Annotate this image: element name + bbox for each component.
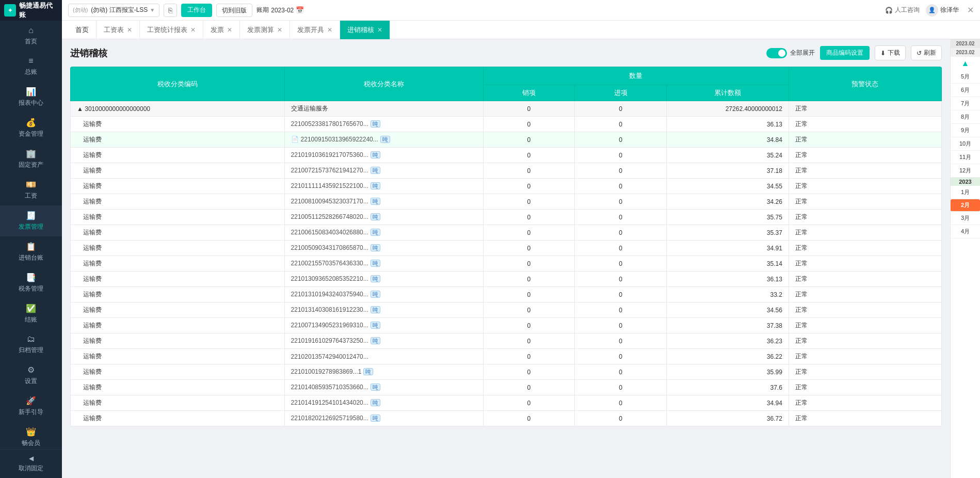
service-button[interactable]: 🎧 人工咨询 xyxy=(885,6,920,14)
sidebar-item-home[interactable]: ⌂ 首页 xyxy=(0,21,62,51)
cell-sales: 0 xyxy=(483,411,575,426)
tab-salary-table[interactable]: 工资表 ✕ xyxy=(97,21,140,39)
tab-close-icon[interactable]: ✕ xyxy=(227,26,232,34)
cell-name: 运输费 xyxy=(71,287,285,302)
refresh-icon: ↺ xyxy=(917,50,922,57)
month-3[interactable]: 3月 xyxy=(951,212,980,225)
month-10[interactable]: 10月 xyxy=(951,137,980,151)
cell-purchase: 0 xyxy=(575,241,667,256)
tab-close-icon[interactable]: ✕ xyxy=(190,26,196,34)
cell-name: 运输费 xyxy=(71,272,285,287)
sidebar-item-assets[interactable]: 🏢 固定资产 xyxy=(0,144,62,174)
invoice-icon: 🧾 xyxy=(26,211,36,220)
assets-icon: 🏢 xyxy=(26,149,36,158)
sidebar-item-settle[interactable]: ✅ 结账 xyxy=(0,298,62,329)
commodity-settings-button[interactable]: 商品编码设置 xyxy=(820,46,870,60)
scroll-up-button[interactable]: ▲ xyxy=(951,57,980,70)
period-prefix: 账期 xyxy=(256,6,269,14)
tab-close-icon[interactable]: ✕ xyxy=(327,26,332,34)
cell-purchase: 0 xyxy=(575,163,667,179)
page-header: 进销稽核 全部展开 商品编码设置 ⬇ 下载 xyxy=(70,45,942,60)
tab-invoice-open[interactable]: 发票开具 ✕ xyxy=(290,21,340,39)
cell-sales: 0 xyxy=(483,256,575,272)
settle-icon: ✅ xyxy=(26,304,36,313)
user-info[interactable]: 👤 徐泽华 xyxy=(926,4,959,17)
month-5[interactable]: 5月 xyxy=(951,70,980,84)
download-button[interactable]: ⬇ 下载 xyxy=(875,45,906,60)
sidebar-item-invoice[interactable]: 🧾 发票管理 xyxy=(0,205,62,236)
month-8[interactable]: 8月 xyxy=(951,110,980,124)
cell-sales: 0 xyxy=(483,272,575,287)
table-row: 运输费 221007134905231969310...吨 0 0 37.38 … xyxy=(71,318,942,333)
month-1[interactable]: 1月 xyxy=(951,186,980,199)
expand-toggle[interactable] xyxy=(766,48,787,58)
cell-cumulative: 33.2 xyxy=(666,287,789,302)
table-row: 运输费 221014191254101434020...吨 0 0 34.94 … xyxy=(71,395,942,411)
cell-invoice: 221007215737621941270...吨 xyxy=(284,163,483,179)
refresh-button[interactable]: ↺ 刷新 xyxy=(911,45,942,60)
top-bar: (勿动) (勿动) 江西报宝-LSS ▼ ⎘ 工作台 切到旧版 账期 2023-… xyxy=(62,0,980,21)
copy-button[interactable]: ⎘ xyxy=(164,4,177,17)
company-selector[interactable]: (勿动) (勿动) 江西报宝-LSS ▼ xyxy=(68,4,159,17)
month-11[interactable]: 11月 xyxy=(951,151,980,164)
calendar-icon[interactable]: 📅 xyxy=(296,6,304,14)
tab-salary-table-label: 工资表 xyxy=(104,25,124,35)
right-panel-year-label: 2023.02 xyxy=(951,39,980,48)
switch-version-button[interactable]: 切到旧版 xyxy=(216,4,252,17)
sidebar-item-guide[interactable]: 🚀 新手引导 xyxy=(0,391,62,422)
month-9[interactable]: 9月 xyxy=(951,124,980,137)
sidebar-item-label: 税务管理 xyxy=(19,284,43,293)
month-12[interactable]: 12月 xyxy=(951,164,980,178)
month-7[interactable]: 7月 xyxy=(951,97,980,110)
sidebar-bottom-unpin[interactable]: ◀ 取消固定 xyxy=(0,449,62,478)
cell-cumulative: 37.6 xyxy=(666,380,789,395)
col-sales-header: 销项 xyxy=(483,85,575,101)
cell-invoice: 221005112528266748020...吨 xyxy=(284,210,483,225)
sidebar-item-ledger[interactable]: ≡ 总账 xyxy=(0,51,62,82)
app-logo: ✦ 畅捷通易代账 xyxy=(0,0,62,21)
cell-invoice: 221013140308161912230...吨 xyxy=(284,302,483,318)
tab-salary-stats[interactable]: 工资统计报表 ✕ xyxy=(140,21,203,39)
col-tax-name-header: 税收分类名称 xyxy=(284,67,483,101)
cell-cumulative: 34.56 xyxy=(666,302,789,318)
sidebar-item-inout[interactable]: 📋 进销台账 xyxy=(0,236,62,267)
cell-invoice: 221011111435921522100...吨 xyxy=(284,179,483,194)
tab-invoice-label: 发票 xyxy=(211,25,224,35)
month-6[interactable]: 6月 xyxy=(951,84,980,97)
close-icon[interactable]: ✕ xyxy=(967,5,974,15)
data-table-container: 税收分类编码 税收分类名称 数量 预警状态 销项 进项 累计数额 ▲ 30100… xyxy=(70,67,942,472)
tab-reconcile[interactable]: 进销稽核 ✕ xyxy=(340,21,390,39)
tab-invoice-calc[interactable]: 发票测算 ✕ xyxy=(240,21,290,39)
month-4[interactable]: 4月 xyxy=(951,225,980,238)
table-row: 运输费 221013101943240375940...吨 0 0 33.2 正… xyxy=(71,287,942,302)
cell-status: 正常 xyxy=(789,194,941,210)
sidebar-item-reports[interactable]: 📊 报表中心 xyxy=(0,82,62,113)
sidebar-item-member[interactable]: 👑 畅会员 xyxy=(0,422,62,449)
cell-status: 正常 xyxy=(789,302,941,318)
sidebar-item-salary[interactable]: 💴 工资 xyxy=(0,174,62,205)
main-area: (勿动) (勿动) 江西报宝-LSS ▼ ⎘ 工作台 切到旧版 账期 2023-… xyxy=(62,0,980,478)
cell-purchase: 0 xyxy=(575,318,667,333)
cell-cumulative: 37.38 xyxy=(666,318,789,333)
tab-close-icon[interactable]: ✕ xyxy=(277,26,282,34)
table-row: 运输费 221020135742940012470... 0 0 36.22 正… xyxy=(71,349,942,364)
cell-invoice: 221005090343170865870...吨 xyxy=(284,241,483,256)
top-bar-right: 🎧 人工咨询 👤 徐泽华 ✕ xyxy=(885,4,974,17)
sidebar-item-tax[interactable]: 📑 税务管理 xyxy=(0,267,62,298)
tab-invoice[interactable]: 发票 ✕ xyxy=(203,21,240,39)
tab-close-icon[interactable]: ✕ xyxy=(377,26,382,34)
cell-status: 正常 xyxy=(789,287,941,302)
cell-cumulative: 35.24 xyxy=(666,148,789,163)
sidebar-item-archive[interactable]: 🗂 归档管理 xyxy=(0,329,62,360)
table-row: 运输费 221006150834034026880...吨 0 0 35.37 … xyxy=(71,225,942,241)
cell-name: 运输费 xyxy=(71,318,285,333)
worktable-button[interactable]: 工作台 xyxy=(181,4,212,17)
tab-home[interactable]: 首页 xyxy=(68,21,97,39)
sidebar-item-settings[interactable]: ⚙ 设置 xyxy=(0,360,62,391)
tab-close-icon[interactable]: ✕ xyxy=(127,26,132,34)
sidebar-item-capital[interactable]: 💰 资金管理 xyxy=(0,113,62,144)
refresh-label: 刷新 xyxy=(924,49,936,57)
month-2-active[interactable]: 2月 xyxy=(951,199,980,212)
table-row: 运输费 221007215737621941270...吨 0 0 37.18 … xyxy=(71,163,942,179)
cell-invoice: 221008100945323037170...吨 xyxy=(284,194,483,210)
